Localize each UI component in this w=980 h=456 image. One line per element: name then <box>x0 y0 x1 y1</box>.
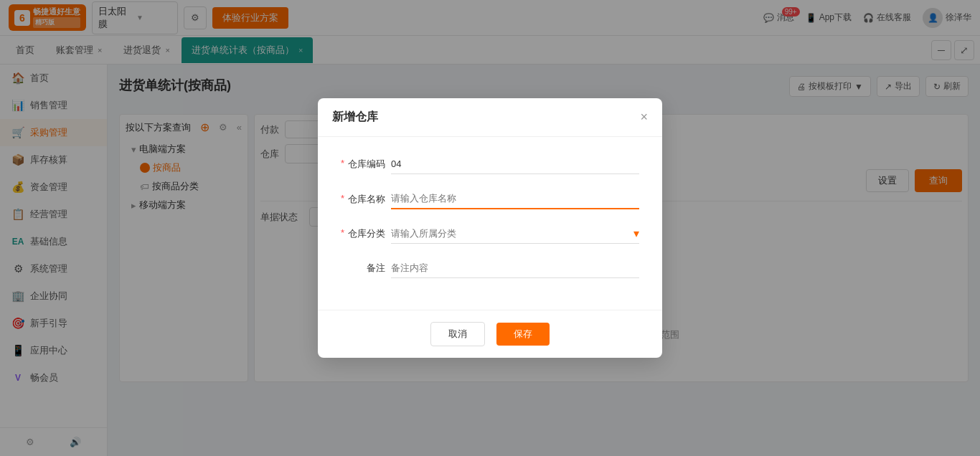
category-dropdown-icon: ▾ <box>633 227 639 240</box>
code-input[interactable] <box>391 154 639 174</box>
form-row-code: 仓库编码 <box>341 154 639 174</box>
modal-footer: 取消 保存 <box>318 310 662 358</box>
form-row-category: 仓库分类 ▾ <box>341 224 639 244</box>
category-select-input[interactable] <box>391 224 633 243</box>
modal-close-button[interactable]: × <box>640 110 648 125</box>
form-row-note: 备注 <box>341 258 639 278</box>
category-label: 仓库分类 <box>341 227 391 240</box>
note-label: 备注 <box>341 262 391 275</box>
new-warehouse-modal: 新增仓库 × 仓库编码 仓库名称 仓库分类 ▾ <box>318 98 662 358</box>
modal-title: 新增仓库 <box>332 110 378 125</box>
cancel-button[interactable]: 取消 <box>430 322 485 346</box>
category-select-wrapper[interactable]: ▾ <box>391 224 639 244</box>
modal-overlay: 新增仓库 × 仓库编码 仓库名称 仓库分类 ▾ <box>0 0 980 456</box>
code-label: 仓库编码 <box>341 158 391 171</box>
note-input[interactable] <box>391 258 639 278</box>
modal-header: 新增仓库 × <box>318 98 662 137</box>
name-input[interactable] <box>391 189 639 209</box>
save-button[interactable]: 保存 <box>496 323 550 346</box>
modal-body: 仓库编码 仓库名称 仓库分类 ▾ 备注 <box>318 137 662 310</box>
name-label: 仓库名称 <box>341 193 391 206</box>
form-row-name: 仓库名称 <box>341 189 639 209</box>
